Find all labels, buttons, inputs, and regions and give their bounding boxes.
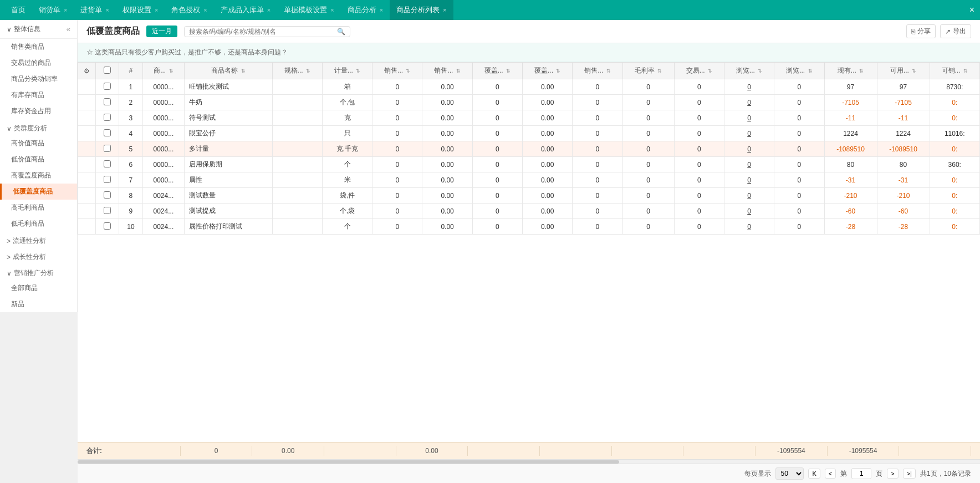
export-button[interactable]: ↗ 导出: [940, 24, 971, 38]
th-gross-rate[interactable]: 毛利率 ⇅: [622, 63, 674, 79]
row-select-checkbox[interactable]: [104, 191, 111, 199]
row-browse-count[interactable]: 0: [724, 157, 774, 172]
page-size-select[interactable]: 50 100 200: [775, 467, 804, 480]
sidebar-item-new-products[interactable]: 新品: [0, 296, 77, 312]
sidebar-group-overall[interactable]: ∨ 整体信息: [7, 24, 40, 34]
row-select-checkbox[interactable]: [104, 98, 111, 105]
sidebar-item-stock-capital[interactable]: 库存资金占用: [0, 103, 77, 119]
close-all-button[interactable]: ×: [969, 5, 974, 15]
row-select-checkbox[interactable]: [104, 176, 111, 183]
sidebar-item-high-coverage[interactable]: 高覆盖度商品: [0, 167, 77, 184]
th-browse-count[interactable]: 浏览... ⇅: [724, 63, 774, 79]
nav-tab-purchase[interactable]: 进货单 ×: [74, 0, 115, 20]
nav-tab-home[interactable]: 首页: [4, 0, 32, 20]
row-checkbox[interactable]: [96, 219, 119, 235]
row-settings[interactable]: [78, 110, 96, 126]
th-code[interactable]: 商... ⇅: [142, 63, 184, 79]
th-cover-count[interactable]: 覆盖... ⇅: [472, 63, 522, 79]
th-settings[interactable]: ⚙: [78, 63, 96, 79]
close-tab-template[interactable]: ×: [330, 7, 334, 13]
sidebar-item-low-coverage[interactable]: 低覆盖度商品: [0, 184, 77, 200]
row-settings[interactable]: [78, 188, 96, 204]
horizontal-scrollbar[interactable]: [78, 459, 980, 464]
row-select-checkbox[interactable]: [104, 160, 111, 167]
close-tab-purchase[interactable]: ×: [105, 7, 109, 13]
period-button[interactable]: 近一月: [146, 26, 177, 37]
row-settings[interactable]: [78, 141, 96, 157]
th-sales-count[interactable]: 销售... ⇅: [573, 63, 622, 79]
sidebar-collapse-icon[interactable]: «: [67, 25, 70, 33]
row-settings[interactable]: [78, 79, 96, 95]
sidebar-item-sales-products[interactable]: 销售类商品: [0, 39, 77, 55]
th-browse-rate[interactable]: 浏览... ⇅: [774, 63, 824, 79]
nav-tab-analysis-list[interactable]: 商品分析列表 ×: [390, 0, 453, 20]
th-available[interactable]: 可用... ⇅: [877, 63, 930, 79]
sidebar-item-low-margin[interactable]: 低毛利商品: [0, 216, 77, 232]
select-all-checkbox[interactable]: [104, 67, 111, 74]
row-browse-count[interactable]: 0: [724, 126, 774, 141]
nav-tab-production[interactable]: 产成品入库单 ×: [214, 0, 277, 20]
th-name[interactable]: 商品名称 ⇅: [185, 63, 273, 79]
row-checkbox[interactable]: [96, 141, 119, 157]
th-sellable[interactable]: 可销... ⇅: [930, 63, 979, 79]
close-tab-roles[interactable]: ×: [203, 7, 207, 13]
row-browse-count[interactable]: 0: [724, 141, 774, 157]
sidebar-item-all-products[interactable]: 全部商品: [0, 280, 77, 296]
sidebar-group-growth[interactable]: > 成长性分析: [0, 248, 77, 264]
nav-tab-sales[interactable]: 销货单 ×: [32, 0, 74, 20]
row-browse-count[interactable]: 0: [724, 110, 774, 126]
search-input[interactable]: [189, 28, 337, 35]
sidebar-item-high-value[interactable]: 高价值商品: [0, 135, 77, 151]
sidebar-item-traded-products[interactable]: 交易过的商品: [0, 55, 77, 71]
row-select-checkbox[interactable]: [104, 145, 111, 152]
last-page-button[interactable]: >|: [903, 469, 916, 479]
row-browse-count[interactable]: 0: [724, 79, 774, 95]
row-checkbox[interactable]: [96, 95, 119, 110]
th-cover-rate[interactable]: 覆盖... ⇅: [523, 63, 573, 79]
nav-tab-permissions[interactable]: 权限设置 ×: [116, 0, 165, 20]
row-settings[interactable]: [78, 204, 96, 219]
sidebar-group-circulation[interactable]: > 流通性分析: [0, 232, 77, 248]
row-select-checkbox[interactable]: [104, 129, 111, 136]
th-current-stock[interactable]: 现有... ⇅: [824, 63, 877, 79]
row-browse-count[interactable]: 0: [724, 204, 774, 219]
row-checkbox[interactable]: [96, 188, 119, 204]
th-spec[interactable]: 规格... ⇅: [272, 63, 322, 79]
next-page-button[interactable]: >: [887, 469, 898, 479]
th-num[interactable]: #: [119, 63, 143, 79]
row-settings[interactable]: [78, 126, 96, 141]
row-browse-count[interactable]: 0: [724, 172, 774, 188]
row-checkbox[interactable]: [96, 172, 119, 188]
row-select-checkbox[interactable]: [104, 114, 111, 121]
page-number-input[interactable]: [851, 468, 871, 479]
row-browse-count[interactable]: 0: [724, 188, 774, 204]
row-select-checkbox[interactable]: [104, 207, 111, 214]
row-browse-count[interactable]: 0: [724, 219, 774, 235]
search-icon[interactable]: 🔍: [337, 28, 345, 35]
prev-page-button[interactable]: <: [825, 469, 836, 479]
close-tab-analysis[interactable]: ×: [380, 7, 383, 13]
row-select-checkbox[interactable]: [104, 83, 111, 90]
row-checkbox[interactable]: [96, 79, 119, 95]
th-sales-amt[interactable]: 销售... ⇅: [422, 63, 472, 79]
sidebar-item-category-rate[interactable]: 商品分类动销率: [0, 71, 77, 87]
sidebar-group-category[interactable]: ∨ 类群度分析: [0, 119, 77, 135]
row-checkbox[interactable]: [96, 110, 119, 126]
row-settings[interactable]: [78, 219, 96, 235]
row-settings[interactable]: [78, 172, 96, 188]
row-checkbox[interactable]: [96, 126, 119, 141]
share-button[interactable]: ⎘ 分享: [906, 24, 936, 38]
sidebar-item-stocked-products[interactable]: 有库存商品: [0, 87, 77, 103]
close-tab-sales[interactable]: ×: [64, 7, 67, 13]
nav-tab-analysis[interactable]: 商品分析 ×: [341, 0, 390, 20]
sidebar-item-low-value[interactable]: 低价值商品: [0, 151, 77, 167]
th-checkbox[interactable]: [96, 63, 119, 79]
row-checkbox[interactable]: [96, 204, 119, 219]
row-select-checkbox[interactable]: [104, 222, 111, 230]
row-settings[interactable]: [78, 95, 96, 110]
close-tab-permissions[interactable]: ×: [155, 7, 158, 13]
sidebar-item-high-margin[interactable]: 高毛利商品: [0, 200, 77, 216]
nav-tab-roles[interactable]: 角色授权 ×: [165, 0, 213, 20]
close-tab-production[interactable]: ×: [267, 7, 270, 13]
th-trade-count[interactable]: 交易... ⇅: [674, 63, 724, 79]
